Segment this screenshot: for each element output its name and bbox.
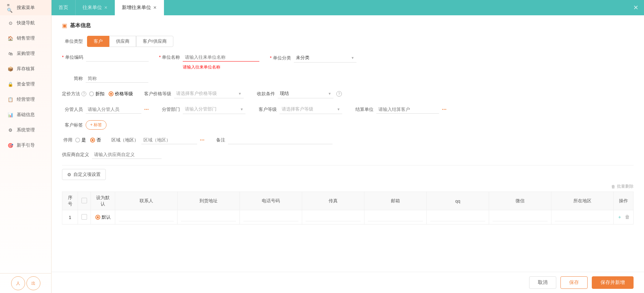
- manager-input[interactable]: [86, 105, 141, 114]
- pricing-help-icon[interactable]: ?: [81, 91, 86, 96]
- phone-input[interactable]: [243, 213, 298, 221]
- save-new-button[interactable]: 保存并新增: [592, 276, 634, 289]
- customer-price-select[interactable]: 请选择客户价格等级 ▼: [174, 89, 244, 98]
- add-row-btn[interactable]: ＋: [617, 214, 622, 220]
- tag-label: 客户标签: [62, 122, 83, 128]
- sidebar-item-inventory[interactable]: 📦 库存核算: [0, 61, 51, 76]
- sidebar-label-finance: 资金管理: [17, 81, 35, 87]
- custom-settings-btn[interactable]: ⚙ 自定义项设置: [62, 169, 106, 180]
- category-select[interactable]: 未分类 ▼: [294, 53, 356, 63]
- disabled-yes[interactable]: 是: [75, 137, 86, 143]
- remark-input[interactable]: [228, 136, 332, 144]
- region-table-input[interactable]: [555, 213, 610, 221]
- tab-new-partner[interactable]: 新增往来单位 ✕: [115, 0, 164, 15]
- dept-chevron: ▼: [240, 107, 243, 111]
- unit-type-customer[interactable]: 客户: [87, 36, 109, 47]
- no-radio[interactable]: [90, 138, 95, 143]
- sidebar-item-guide[interactable]: 🎯 新手引导: [0, 138, 51, 153]
- cell-checkbox: [78, 210, 91, 225]
- batch-delete-btn[interactable]: 🗑 批量删除: [611, 184, 634, 189]
- table-actions: 🗑 批量删除: [62, 184, 634, 189]
- yes-radio[interactable]: [75, 138, 80, 143]
- cell-wechat: [489, 210, 551, 225]
- name-row: 单位名称: [159, 53, 260, 62]
- tab-partner-list[interactable]: 往来单位 ✕: [76, 0, 115, 15]
- sidebar-item-search[interactable]: ≡🔍 搜索菜单: [0, 0, 51, 15]
- unit-type-both[interactable]: 客户/供应商: [136, 36, 173, 47]
- tab-new-partner-close[interactable]: ✕: [153, 5, 157, 10]
- tab-home[interactable]: 首页: [52, 0, 76, 15]
- sidebar-item-system[interactable]: ⚙ 系统管理: [0, 122, 51, 138]
- billing-unit-input[interactable]: [376, 105, 439, 114]
- close-all-tabs[interactable]: ✕: [628, 4, 644, 11]
- exit-btn[interactable]: 出: [26, 276, 40, 290]
- billing-unit-field: 结算单位 ···: [353, 105, 446, 114]
- billing-unit-label: 结算单位: [353, 106, 374, 113]
- sidebar-item-basic[interactable]: 📊 基础信息: [0, 107, 51, 122]
- shortname-label: 简称: [62, 75, 83, 82]
- sidebar-item-finance[interactable]: 🔒 资金管理: [0, 76, 51, 92]
- region-field: 区域（地区） ···: [111, 136, 204, 144]
- shortname-input[interactable]: [86, 74, 148, 83]
- payment-help-icon[interactable]: ?: [336, 91, 342, 97]
- manager-field: 分管人员 ···: [62, 105, 149, 114]
- sidebar-label-system: 系统管理: [17, 127, 35, 133]
- email-input[interactable]: [368, 213, 423, 221]
- user-btn[interactable]: 人: [11, 276, 25, 290]
- customer-level-select[interactable]: 请选择客户等级 ▼: [280, 105, 342, 114]
- sidebar-item-operation[interactable]: 📋 经营管理: [0, 92, 51, 107]
- customer-level-chevron: ▼: [337, 107, 340, 111]
- tab-partner-list-label: 往来单位: [83, 5, 102, 11]
- billing-unit-more-btn[interactable]: ···: [442, 106, 446, 113]
- default-radio-item[interactable]: 默认: [94, 214, 111, 220]
- unit-type-supplier[interactable]: 供应商: [109, 36, 136, 47]
- tab-partner-list-close[interactable]: ✕: [104, 5, 108, 10]
- supplier-custom-input[interactable]: [92, 150, 162, 159]
- row-checkbox[interactable]: [81, 214, 87, 220]
- payment-field: 收款条件 现结 ▼ ?: [254, 89, 342, 98]
- unit-type-group: 客户 供应商 客户/供应商: [87, 36, 173, 47]
- cancel-button[interactable]: 取消: [529, 276, 556, 289]
- manager-more-btn[interactable]: ···: [144, 106, 149, 113]
- payment-value: 现结: [280, 90, 327, 97]
- pricing-grade[interactable]: 价格等级: [109, 91, 133, 97]
- customer-price-chevron: ▼: [238, 92, 242, 96]
- discount-radio[interactable]: [89, 91, 94, 96]
- payment-select[interactable]: 现结 ▼: [278, 89, 333, 98]
- sidebar-bottom: 人 出: [0, 273, 51, 293]
- fax-input[interactable]: [306, 213, 361, 221]
- customer-price-label: 客户价格等级: [143, 91, 171, 97]
- save-button[interactable]: 保存: [560, 276, 588, 289]
- default-radio[interactable]: [95, 215, 100, 220]
- cell-email: [364, 210, 427, 225]
- pricing-row: 定价方法 ? 折扣 价格等级 客户价格等级: [62, 89, 634, 98]
- discount-label: 折扣: [95, 91, 104, 97]
- name-input[interactable]: [183, 53, 259, 62]
- qq-input[interactable]: [430, 213, 485, 221]
- pricing-radio-group: 折扣 价格等级: [89, 91, 133, 97]
- th-seq: 序号: [62, 192, 78, 210]
- code-input[interactable]: 000009: [86, 53, 149, 62]
- delete-row-btn[interactable]: 🗑: [625, 214, 630, 220]
- region-more-btn[interactable]: ···: [200, 137, 204, 143]
- disabled-no[interactable]: 否: [90, 137, 101, 143]
- row-actions: ＋ 🗑: [617, 214, 630, 220]
- divider: [62, 165, 634, 165]
- home-circle-icon: ⊙: [7, 19, 14, 26]
- header-checkbox[interactable]: [81, 198, 87, 203]
- grade-radio[interactable]: [109, 91, 113, 96]
- sidebar-item-quick-nav[interactable]: ⊙ 快捷导航: [0, 15, 51, 31]
- wechat-input[interactable]: [493, 213, 548, 221]
- shortname-row: 简称: [62, 74, 634, 83]
- contact-input[interactable]: [119, 213, 174, 221]
- sidebar-item-sales[interactable]: 🏠 销售管理: [0, 31, 51, 46]
- th-qq: qq: [427, 192, 489, 210]
- dept-select[interactable]: 请输入分管部门 ▼: [183, 105, 245, 114]
- region-input[interactable]: [141, 136, 197, 144]
- unit-type-row: 单位类型 客户 供应商 客户/供应商: [62, 36, 634, 47]
- address-input[interactable]: [181, 213, 236, 221]
- pricing-discount[interactable]: 折扣: [89, 91, 104, 97]
- sidebar-item-purchase[interactable]: 🛍 采购管理: [0, 46, 51, 61]
- search-icon: ≡🔍: [7, 4, 14, 11]
- add-tag-btn[interactable]: + 标签: [86, 120, 107, 130]
